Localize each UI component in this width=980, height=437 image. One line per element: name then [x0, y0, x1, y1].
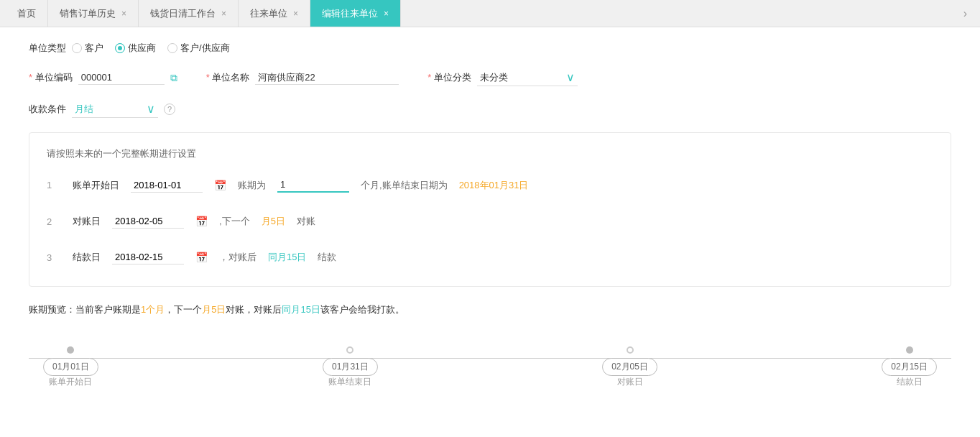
row-num-1: 1 — [47, 180, 61, 190]
payment-terms-select[interactable]: 月结 ∨ — [72, 101, 158, 118]
start-date-calendar-icon[interactable]: 📅 — [214, 180, 226, 191]
reconcile-date-calendar-icon[interactable]: 📅 — [195, 216, 208, 227]
period-unit: 个月,账单结束日期为 — [361, 179, 448, 192]
timeline-date-1: 01月31日 — [323, 358, 378, 376]
timeline-label-3: 结款日 — [897, 376, 923, 388]
reconcile-date-label: 对账日 — [73, 215, 101, 228]
radio-customer[interactable]: 客户 — [72, 42, 103, 55]
tab-partners[interactable]: 往来单位 × — [239, 0, 310, 27]
unit-category-value: 未分类 — [480, 71, 508, 84]
unit-type-label: 单位类型 — [29, 42, 66, 55]
close-icon[interactable]: × — [121, 9, 126, 19]
radio-customer-label: 客户 — [85, 42, 103, 55]
preview-part1: 1个月 — [141, 304, 165, 315]
period-section: 请按照未来的一个完整帐期进行设置 1 账单开始日 2018-01-01 📅 账期… — [29, 132, 951, 287]
timeline-dot-3 — [906, 346, 913, 354]
period-end-date: 2018年01月31日 — [459, 179, 529, 192]
tab-home-label: 首页 — [17, 7, 36, 20]
close-icon[interactable]: × — [221, 9, 226, 19]
page-content: 单位类型 客户 供应商 客户/供应商 单位编码 000001 — [0, 27, 980, 437]
payment-terms-field: 收款条件 月结 ∨ ? — [29, 101, 175, 118]
tab-sales-history-label: 销售订单历史 — [60, 7, 116, 20]
period-value-input[interactable]: 1 — [277, 178, 349, 193]
tab-cash-work-label: 钱货日清工作台 — [150, 7, 216, 20]
timeline-dot-2 — [627, 346, 634, 354]
close-icon[interactable]: × — [384, 9, 389, 19]
copy-icon[interactable]: ⧉ — [170, 72, 177, 84]
unit-type-radio-group: 客户 供应商 客户/供应商 — [72, 42, 230, 55]
section-instruction: 请按照未来的一个完整帐期进行设置 — [47, 147, 933, 160]
unit-name-label: 单位名称 — [206, 71, 250, 84]
preview-label: 账期预览：当前客户账期是 — [29, 304, 141, 315]
payment-terms-row: 收款条件 月结 ∨ ? — [29, 101, 951, 118]
unit-category-field: 单位分类 未分类 ∨ — [427, 69, 578, 86]
chevron-down-icon: ∨ — [566, 70, 575, 84]
preview-part2: ，下一个 — [165, 304, 202, 315]
period-label: 账期为 — [238, 179, 266, 192]
radio-both-label: 客户/供应商 — [180, 42, 230, 55]
start-date-input[interactable]: 2018-01-01 — [131, 178, 203, 193]
period-row-2: 2 对账日 2018-02-05 📅 ,下一个 月5日 对账 — [47, 214, 933, 229]
timeline-point-3: 02月15日 结款日 — [882, 342, 937, 388]
unit-code-field: 单位编码 000001 ⧉ — [29, 70, 177, 85]
preview-part4: 对账，对账后 — [226, 304, 282, 315]
payment-date-label: 结款日 — [73, 251, 101, 264]
radio-supplier[interactable]: 供应商 — [115, 42, 156, 55]
unit-code-input[interactable]: 000001 — [78, 70, 165, 85]
timeline-point-2: 02月05日 对账日 — [602, 342, 657, 388]
tab-bar: 首页 销售订单历史 × 钱货日清工作台 × 往来单位 × 编辑往来单位 × › — [0, 0, 980, 27]
timeline-label-2: 对账日 — [617, 376, 643, 388]
payment-desc-suffix: 结款 — [318, 251, 336, 264]
row-num-2: 2 — [47, 216, 61, 227]
radio-both[interactable]: 客户/供应商 — [167, 42, 230, 55]
tab-cash-work[interactable]: 钱货日清工作台 × — [139, 0, 239, 27]
row-num-3: 3 — [47, 252, 61, 263]
start-date-label: 账单开始日 — [73, 179, 119, 192]
radio-supplier-circle — [115, 43, 125, 53]
timeline-dot-0 — [67, 346, 74, 354]
reconcile-desc-highlight: 月5日 — [262, 215, 285, 228]
tab-partners-label: 往来单位 — [250, 7, 287, 20]
preview-part5: 同月15日 — [282, 304, 320, 315]
chevron-down-icon: ∨ — [147, 102, 155, 116]
timeline-dot-1 — [346, 346, 353, 354]
reconcile-desc-suffix: 对账 — [297, 215, 315, 228]
tab-more-button[interactable]: › — [956, 7, 974, 20]
unit-type-row: 单位类型 客户 供应商 客户/供应商 — [29, 42, 951, 55]
radio-both-circle — [167, 43, 177, 53]
timeline: 01月01日 账单开始日 01月31日 账单结束日 02月05日 对账日 02月… — [29, 335, 951, 388]
payment-desc-prefix: ，对账后 — [219, 251, 256, 264]
timeline-point-0: 01月01日 账单开始日 — [43, 342, 98, 388]
reconcile-date-input[interactable]: 2018-02-05 — [112, 214, 184, 229]
payment-date-calendar-icon[interactable]: 📅 — [195, 252, 208, 263]
unit-category-label: 单位分类 — [427, 71, 471, 84]
payment-terms-value: 月结 — [75, 103, 93, 116]
tab-home[interactable]: 首页 — [6, 0, 48, 27]
timeline-date-3: 02月15日 — [882, 358, 937, 376]
reconcile-desc-prefix: ,下一个 — [219, 215, 250, 228]
close-icon[interactable]: × — [293, 9, 298, 19]
tab-sales-history[interactable]: 销售订单历史 × — [48, 0, 139, 27]
help-icon[interactable]: ? — [164, 104, 175, 115]
period-row-3: 3 结款日 2018-02-15 📅 ，对账后 同月15日 结款 — [47, 250, 933, 264]
preview-part6: 该客户会给我打款。 — [320, 304, 405, 315]
payment-date-input[interactable]: 2018-02-15 — [112, 250, 184, 264]
timeline-label-0: 账单开始日 — [49, 376, 92, 388]
payment-terms-label: 收款条件 — [29, 103, 66, 116]
unit-type-field: 单位类型 客户 供应商 客户/供应商 — [29, 42, 230, 55]
unit-info-row: 单位编码 000001 ⧉ 单位名称 河南供应商22 单位分类 未分类 ∨ — [29, 69, 951, 86]
period-row-1: 1 账单开始日 2018-01-01 📅 账期为 1 个月,账单结束日期为 20… — [47, 178, 933, 193]
tab-edit-partner[interactable]: 编辑往来单位 × — [310, 0, 401, 27]
unit-category-select[interactable]: 未分类 ∨ — [477, 69, 578, 86]
preview-text: 账期预览：当前客户账期是1个月，下一个月5日对账，对账后同月15日该客户会给我打… — [29, 301, 951, 318]
unit-code-label: 单位编码 — [29, 71, 73, 84]
radio-supplier-label: 供应商 — [128, 42, 156, 55]
tab-edit-partner-label: 编辑往来单位 — [322, 7, 378, 20]
timeline-point-1: 01月31日 账单结束日 — [323, 342, 378, 388]
timeline-label-1: 账单结束日 — [328, 376, 371, 388]
unit-name-input[interactable]: 河南供应商22 — [255, 70, 399, 85]
timeline-date-0: 01月01日 — [43, 358, 98, 376]
timeline-date-2: 02月05日 — [602, 358, 657, 376]
radio-customer-circle — [72, 43, 82, 53]
preview-part3: 月5日 — [202, 304, 226, 315]
